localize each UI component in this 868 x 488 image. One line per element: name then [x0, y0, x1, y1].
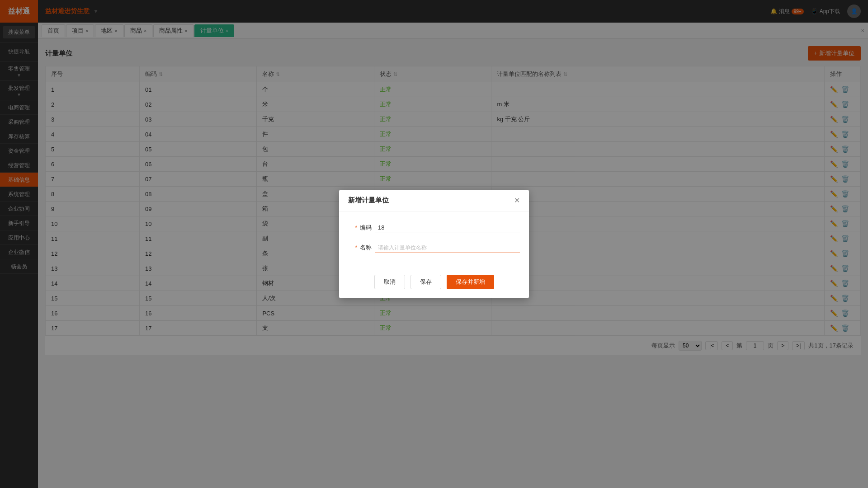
- form-row-name: * 名称: [348, 242, 520, 253]
- modal-title: 新增计量单位: [348, 196, 389, 205]
- save-button[interactable]: 保存: [410, 275, 441, 289]
- code-required-mark: *: [355, 224, 357, 231]
- name-label: * 名称: [348, 244, 375, 252]
- name-required-mark: *: [355, 244, 357, 251]
- form-row-code: * 编码: [348, 222, 520, 233]
- name-label-text: 名称: [360, 244, 372, 251]
- modal-footer: 取消 保存 保存并新增: [339, 269, 529, 298]
- modal-overlay: 新增计量单位 ✕ * 编码 * 名称 取消 保存 保存并新增: [0, 0, 868, 488]
- cancel-button[interactable]: 取消: [374, 275, 405, 289]
- name-input[interactable]: [375, 242, 520, 253]
- code-input[interactable]: [375, 222, 520, 233]
- modal-body: * 编码 * 名称: [339, 211, 529, 269]
- code-label-text: 编码: [360, 224, 372, 231]
- save-and-new-button[interactable]: 保存并新增: [447, 275, 494, 289]
- modal-close-button[interactable]: ✕: [514, 196, 520, 205]
- add-unit-modal: 新增计量单位 ✕ * 编码 * 名称 取消 保存 保存并新增: [339, 190, 529, 298]
- code-label: * 编码: [348, 224, 375, 232]
- modal-header: 新增计量单位 ✕: [339, 190, 529, 211]
